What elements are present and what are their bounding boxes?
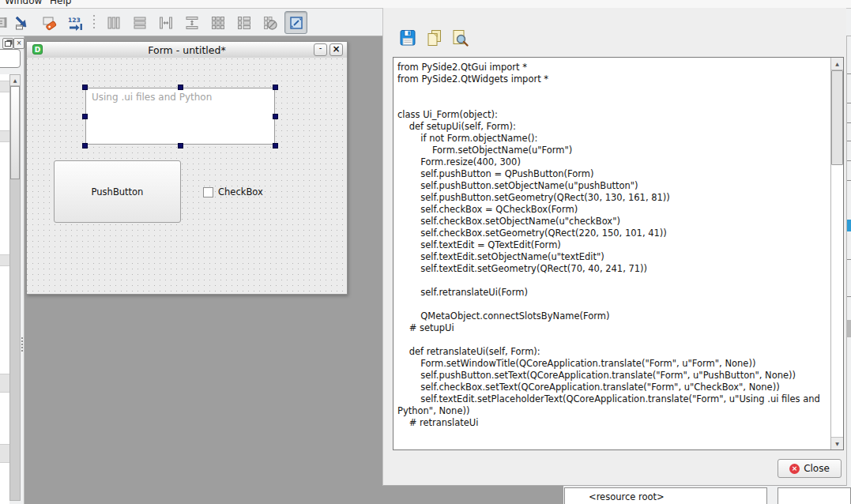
scroll-up-icon[interactable]: ▲ [10, 75, 20, 86]
generated-python-code[interactable]: from PySide2.QtGui import * from PySide2… [397, 62, 828, 448]
panel-scrollbar-fragment[interactable] [847, 320, 851, 337]
code-preview-dialog: from PySide2.QtGui import * from PySide2… [382, 8, 846, 486]
adjust-size-icon-glyph [288, 15, 304, 31]
widget-box-scrollbar[interactable]: ▲ [9, 74, 21, 501]
edit-signals-slots-icon[interactable] [10, 11, 33, 34]
resource-tree[interactable]: <resource root> [564, 487, 767, 504]
scroll-down-icon[interactable]: ▼ [831, 437, 843, 449]
selection-handle[interactable] [178, 143, 183, 149]
layout-splitter-horizontal-icon[interactable] [154, 11, 177, 34]
copy-icon[interactable] [424, 28, 445, 48]
panel-row-divider [847, 73, 851, 74]
magnifier-page-icon [450, 28, 469, 47]
dock-close-icon[interactable]: × [13, 38, 24, 49]
find-icon[interactable] [450, 28, 470, 48]
buddy-tag-icon [42, 15, 58, 31]
pushbutton-widget[interactable]: PushButton [54, 160, 181, 223]
selection-handle[interactable] [273, 143, 278, 149]
resource-detail-pane[interactable] [778, 487, 851, 504]
save-icon[interactable] [397, 28, 418, 48]
break-layout-icon-glyph [262, 15, 278, 31]
toolbar-separator [92, 15, 95, 30]
layout-horizontal-icon[interactable] [102, 11, 125, 34]
panel-row-divider [847, 160, 851, 161]
layout-vertical-icon[interactable] [128, 11, 151, 34]
close-button-label: Close [804, 463, 830, 474]
selection-handle[interactable] [82, 85, 88, 90]
code-scrollbar-thumb[interactable] [831, 70, 843, 165]
menu-help[interactable]: Help [50, 0, 71, 6]
panel-row-divider [847, 122, 851, 123]
selection-handle[interactable] [273, 114, 278, 119]
panel-row-divider [847, 180, 851, 181]
menu-window[interactable]: Window [5, 0, 42, 6]
break-layout-icon[interactable] [258, 11, 281, 34]
resource-root-label: <resource root> [589, 491, 665, 502]
widget-filter-input[interactable] [0, 49, 21, 68]
edit-buddies-icon[interactable] [38, 11, 61, 34]
close-circle-icon: × [789, 464, 800, 474]
v-splitter-icon [184, 15, 200, 31]
floppy-disk-icon [398, 28, 417, 47]
code-view[interactable]: from PySide2.QtGui import * from PySide2… [393, 57, 844, 450]
close-button[interactable]: × [329, 43, 343, 56]
edit-tab-order-icon[interactable]: 123 [63, 11, 86, 34]
checkbox-label: CheckBox [218, 186, 263, 197]
checkbox-indicator[interactable] [203, 187, 213, 197]
textedit-widget[interactable]: Using .ui files and Python [85, 88, 275, 145]
selected-row-fragment [847, 220, 851, 231]
code-scrollbar[interactable]: ▲ ▼ [830, 58, 843, 449]
form-canvas[interactable]: Using .ui files and Python PushButton Ch… [27, 58, 347, 293]
form-window-titlebar[interactable]: D Form - untitled* - × [27, 42, 347, 58]
pushbutton-label: PushButton [92, 186, 144, 197]
panel-row-divider [847, 141, 851, 141]
layout-grid-icon[interactable] [206, 11, 229, 34]
tab-order-glyph: 123 [68, 17, 81, 24]
dialog-close-button[interactable]: × Close [778, 459, 842, 478]
widget-icon [0, 15, 9, 31]
layout-form-icon[interactable] [232, 11, 255, 34]
widget-box-list[interactable] [0, 74, 9, 504]
background-panel-right [846, 36, 851, 504]
adjust-size-icon[interactable] [284, 11, 307, 34]
horizontal-layout-icon [106, 15, 122, 31]
form-editor-window[interactable]: D Form - untitled* - × Using .ui files a… [26, 41, 348, 295]
vertical-layout-icon [132, 15, 148, 31]
textedit-placeholder: Using .ui files and Python [92, 92, 212, 103]
selection-handle[interactable] [273, 85, 278, 90]
form-window-title: Form - untitled* [27, 44, 347, 56]
panel-row-divider [847, 103, 851, 103]
selection-handle[interactable] [82, 114, 88, 119]
checkbox-widget[interactable]: CheckBox [203, 186, 263, 197]
layout-splitter-vertical-icon[interactable] [180, 11, 203, 34]
tab-order-123-icon: 123 [67, 15, 83, 31]
panel-row-divider [847, 296, 851, 297]
scrollbar-thumb[interactable] [10, 86, 20, 179]
widget-box-dock: × ▲ [0, 36, 24, 504]
copy-pages-icon [425, 28, 444, 47]
signal-arrow-icon [14, 15, 30, 31]
selection-handle[interactable] [82, 143, 88, 149]
resource-browser-dock: <resource root> [563, 486, 851, 504]
dock-float-icon[interactable] [2, 38, 13, 49]
float-glyph [5, 41, 11, 47]
grid-layout-icon [210, 15, 226, 31]
panel-row-divider [847, 259, 851, 260]
selection-handle[interactable] [178, 85, 183, 90]
minimize-button[interactable]: - [314, 43, 327, 56]
h-splitter-icon [158, 15, 174, 31]
qt-designer-screen: Window Help [0, 0, 851, 504]
dock-splitter-handle[interactable] [21, 337, 23, 352]
scroll-up-icon[interactable]: ▲ [831, 58, 843, 70]
form-layout-icon [236, 15, 252, 31]
